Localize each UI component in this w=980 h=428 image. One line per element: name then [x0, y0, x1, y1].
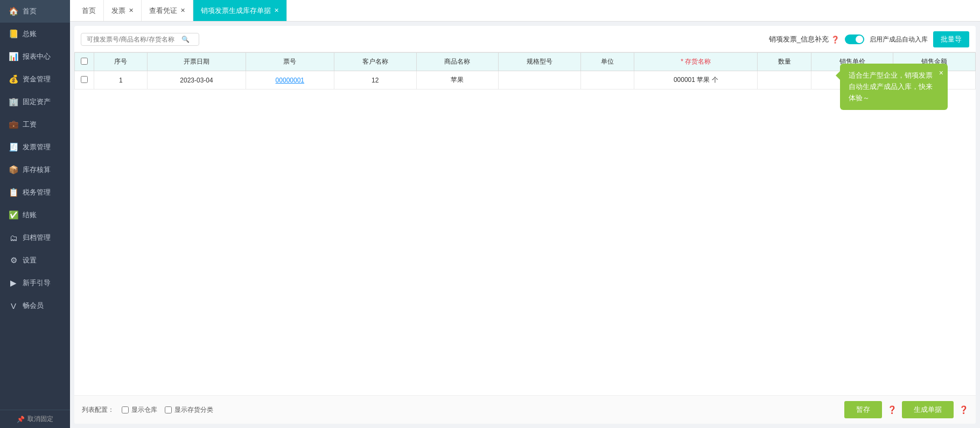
bottom-actions: 暂存 ❓ 生成单据 ❓: [844, 401, 968, 418]
cell-unit-0: [580, 71, 634, 89]
sidebar-label-fund: 资金管理: [23, 74, 51, 84]
col-header-customer: 客户名称: [334, 53, 417, 71]
ticket-number-link[interactable]: 00000001: [276, 77, 304, 84]
sidebar-item-archive[interactable]: 🗂归档管理: [0, 226, 70, 249]
sidebar-item-guide[interactable]: ▶新手引导: [0, 272, 70, 294]
cancel-pin-label: 取消固定: [27, 415, 53, 424]
generate-help-icon[interactable]: ❓: [959, 405, 968, 414]
col-header-date: 开票日期: [148, 53, 246, 71]
auto-warehouse-toggle[interactable]: [845, 34, 864, 44]
select-all-checkbox[interactable]: [81, 58, 88, 65]
search-box[interactable]: 🔍: [81, 33, 199, 46]
ledger-icon: 📒: [9, 29, 18, 39]
show-category-input[interactable]: [165, 406, 172, 413]
inventory-icon: 📦: [9, 165, 18, 175]
sidebar-item-hr[interactable]: 💼工资: [0, 113, 70, 136]
bottom-bar: 列表配置： 显示仓库 显示存货分类 暂存 ❓ 生成单据 ❓: [74, 395, 976, 424]
show-warehouse-label: 显示仓库: [131, 405, 157, 415]
list-config-label: 列表配置：: [82, 405, 114, 415]
search-icon: 🔍: [181, 36, 190, 43]
col-header-model: 规格型号: [499, 53, 581, 71]
row-checkbox[interactable]: [81, 76, 88, 83]
sidebar-label-ledger: 总账: [23, 29, 37, 39]
cell-date-0: 2023-03-04: [148, 71, 246, 89]
toolbar-right: 销项发票_信息补充 ❓ 启用产成品自动入库 批量导: [769, 31, 969, 47]
cell-number-0[interactable]: 00000001: [246, 71, 334, 89]
tab-label-home: 首页: [82, 6, 96, 16]
info-icon[interactable]: ❓: [831, 36, 839, 44]
batch-button[interactable]: 批量导: [933, 31, 969, 47]
col-header-inventory: * 存货名称: [634, 53, 758, 71]
show-warehouse-input[interactable]: [122, 406, 129, 413]
vip-icon: V: [9, 301, 18, 310]
sidebar-item-vip[interactable]: V畅会员: [0, 294, 70, 317]
enable-label: 启用产成品自动入库: [870, 35, 928, 44]
pin-icon: 📌: [17, 416, 25, 423]
sidebar: 🏠首页📒总账📊报表中心💰资金管理🏢固定资产💼工资🧾发票管理📦库存核算📋税务管理✅…: [0, 0, 70, 428]
save-button[interactable]: 暂存: [844, 401, 882, 418]
sidebar-label-tax: 税务管理: [23, 188, 51, 197]
tooltip-close-button[interactable]: ×: [939, 67, 943, 79]
cell-checkbox-0[interactable]: [75, 71, 94, 89]
sidebar-label-guide: 新手引导: [23, 278, 51, 288]
tooltip-text: 适合生产型企业，销项发票自动生成产成品入库，快来体验～: [849, 71, 933, 102]
sidebar-label-inventory: 库存核算: [23, 165, 51, 175]
save-help-icon[interactable]: ❓: [887, 405, 897, 414]
invoice-icon: 🧾: [9, 142, 18, 152]
col-header-number: 票号: [246, 53, 334, 71]
col-header-quantity: 数量: [758, 53, 811, 71]
sidebar-item-reports[interactable]: 📊报表中心: [0, 45, 70, 68]
tab-label-main: 销项发票生成库存单据: [201, 6, 271, 16]
cell-index-0: 1: [94, 71, 148, 89]
col-header-checkbox: [75, 53, 94, 71]
tab-home[interactable]: 首页: [74, 0, 104, 21]
sidebar-item-tax[interactable]: 📋税务管理: [0, 181, 70, 204]
sidebar-label-invoice: 发票管理: [23, 142, 51, 152]
hr-icon: 💼: [9, 120, 18, 129]
tab-invoice[interactable]: 发票✕: [104, 0, 142, 21]
assets-icon: 🏢: [9, 97, 18, 107]
sidebar-item-fund[interactable]: 💰资金管理: [0, 68, 70, 91]
sidebar-item-assets[interactable]: 🏢固定资产: [0, 91, 70, 113]
show-category-checkbox[interactable]: 显示存货分类: [165, 405, 213, 415]
cell-product-0: 苹果: [416, 71, 499, 89]
sidebar-item-home[interactable]: 🏠首页: [0, 0, 70, 23]
cell-inventory-0: 000001 苹果 个: [634, 71, 758, 89]
info-label: 销项发票_信息补充 ❓: [769, 34, 839, 44]
cell-model-0: [499, 71, 581, 89]
sidebar-item-inventory[interactable]: 📦库存核算: [0, 158, 70, 181]
archive-icon: 🗂: [9, 233, 18, 243]
tab-label-invoice: 发票: [111, 6, 125, 16]
sidebar-item-settings[interactable]: ⚙设置: [0, 249, 70, 272]
sidebar-label-hr: 工资: [23, 120, 37, 129]
tab-bar: 首页发票✕查看凭证✕销项发票生成库存单据✕: [70, 0, 980, 22]
tab-close-voucher[interactable]: ✕: [180, 8, 185, 13]
reports-icon: 📊: [9, 52, 18, 61]
col-header-index: 序号: [94, 53, 148, 71]
toolbar: 🔍 销项发票_信息补充 ❓ 启用产成品自动入库 批量导: [74, 26, 976, 52]
sidebar-label-home: 首页: [23, 6, 37, 16]
tab-close-invoice[interactable]: ✕: [129, 8, 134, 13]
generate-button[interactable]: 生成单据: [902, 401, 954, 418]
show-warehouse-checkbox[interactable]: 显示仓库: [122, 405, 157, 415]
sidebar-item-settle[interactable]: ✅结账: [0, 204, 70, 226]
tab-main[interactable]: 销项发票生成库存单据✕: [193, 0, 287, 21]
sidebar-label-settings: 设置: [23, 256, 37, 265]
sidebar-label-assets: 固定资产: [23, 97, 51, 107]
tab-voucher[interactable]: 查看凭证✕: [142, 0, 193, 21]
cell-quantity-0: [758, 71, 811, 89]
col-header-product: 商品名称: [416, 53, 499, 71]
tax-icon: 📋: [9, 188, 18, 197]
search-input[interactable]: [87, 36, 178, 43]
guide-icon: ▶: [9, 278, 18, 288]
list-config: 列表配置： 显示仓库 显示存货分类: [82, 405, 213, 415]
tab-close-main[interactable]: ✕: [274, 8, 279, 13]
toolbar-left: 🔍: [81, 33, 199, 46]
tab-label-voucher: 查看凭证: [149, 6, 177, 16]
sidebar-item-invoice[interactable]: 🧾发票管理: [0, 136, 70, 158]
sidebar-label-reports: 报表中心: [23, 52, 51, 61]
show-category-label: 显示存货分类: [174, 405, 213, 415]
cancel-pin-button[interactable]: 📌 取消固定: [0, 410, 70, 428]
sidebar-label-settle: 结账: [23, 210, 37, 220]
sidebar-item-ledger[interactable]: 📒总账: [0, 23, 70, 45]
